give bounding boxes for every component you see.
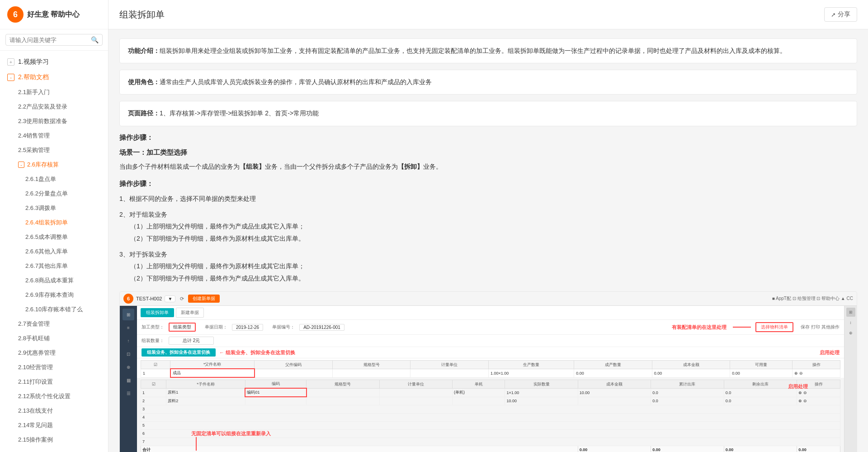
mock-col-prod-qty: 生产数量 <box>489 361 574 369</box>
search-icon[interactable]: 🔍 <box>91 36 99 43</box>
step2-sub2: （2）下部明细为子件明细，最终作为原材料生成其它出库单。 <box>119 233 857 245</box>
sidebar-item-install-label: 2.2产品安装及登录 <box>18 103 67 110</box>
mock-nav-links: ■ AppT配 ⊡ 给预管理 ⊡ 帮助中心 ▲ CC <box>772 295 853 302</box>
mock-r-icon1: ⊞ <box>846 308 855 317</box>
mock-bom-row: 组装数量： 总计 2元 <box>137 335 844 347</box>
sidebar-item-stock-split[interactable]: 2.6.2分量盘点单 <box>0 186 108 201</box>
mock-row1-code <box>255 369 333 377</box>
sidebar-item-stock-adjust[interactable]: 2.6.3调拨单 <box>0 201 108 215</box>
search-input[interactable] <box>9 37 91 43</box>
sidebar-item-newbie[interactable]: 2.1新手入门 <box>0 85 108 100</box>
mock-l-row2-unit <box>379 397 452 405</box>
nav-list: + 1.视频学习 - 2.帮助文档 2.1新手入门 2.2产品安装及登录 2.3… <box>0 51 108 452</box>
sidebar-item-faq[interactable]: 2.14常见问题 <box>0 418 108 433</box>
mock-l-row1-code: 编码01 <box>245 388 306 397</box>
annot1-text: 有装配清单的在这里处理 <box>672 324 726 331</box>
annot1-arrow <box>733 327 751 328</box>
mock-l-row2-spec <box>307 397 379 405</box>
mock-row1-pqty: 1.00×1.00 <box>489 369 574 377</box>
mock-upper-table: ☑ *父件名称 父件编码 规格型号 计量单位 生产数量 成产数量 成本金额 可用 <box>141 360 840 378</box>
sidebar-item-mobile[interactable]: 2.8手机旺铺 <box>0 331 108 346</box>
mock-select: ▼ <box>165 295 175 302</box>
mock-app-topbar: 6 TEST-H002 ▼ ⟳ 创建新单据 ■ AppT配 ⊡ 给预管理 ⊡ 帮… <box>120 292 857 306</box>
sidebar-item-newbie-label: 2.1新手入门 <box>18 89 50 95</box>
mock-l-row5: 5 <box>141 421 840 429</box>
sidebar-item-stock-out[interactable]: 2.6.7其他出库单 <box>0 259 108 273</box>
sidebar-item-operation[interactable]: 2.10经营管理 <box>0 360 108 375</box>
mock-qty-value: 总计 2元 <box>169 337 214 345</box>
mock-left-sidebar: ⊞ ≡ ↑ ⊡ ⊕ ▦ ☰ <box>120 306 137 452</box>
sidebar-item-stock-query[interactable]: 2.6.9库存账本查询 <box>0 288 108 302</box>
mock-r-icon2: ↕ <box>846 318 855 327</box>
sidebar-item-data[interactable]: 2.3使用前数据准备 <box>0 114 108 128</box>
page-title: 组装拆卸单 <box>119 9 165 21</box>
sidebar-item-sales[interactable]: 2.4销售管理 <box>0 128 108 143</box>
sidebar-item-stock-check[interactable]: 2.6.1盘点单 <box>0 172 108 186</box>
sidebar-item-stock-in[interactable]: 2.6.6其他入库单 <box>0 244 108 259</box>
content-area: 功能介绍：组装拆卸单用来处理企业组装或拆卸等加工业务，支持有固定装配清单的产品加… <box>108 29 868 452</box>
sidebar-item-fund[interactable]: 2.7资金管理 <box>0 317 108 331</box>
mock-l-col-check: ☑ <box>141 380 166 389</box>
mock-create-btn: 创建新单据 <box>188 295 220 303</box>
mock-l-col-cost: 成本金额 <box>578 380 651 389</box>
mock-fields-row: 加工类型： 组装类型 单据日期： 2019-12-26 单据编号： AD-201… <box>137 320 844 335</box>
annot4-text: 无固定清单可以组接在这里重新录入 <box>191 431 271 436</box>
mock-l-row2-cost <box>578 397 651 405</box>
mock-field-billno-label: 单据编号： <box>272 324 295 330</box>
sidebar-item-payment[interactable]: 2.13在线支付 <box>0 404 108 418</box>
sidebar-item-coupon[interactable]: 2.9优惠券管理 <box>0 346 108 360</box>
mock-row1-check: 1 <box>141 369 170 377</box>
mock-sidebar-icon3: ↑ <box>123 335 134 347</box>
main-content: 组装拆卸单 ➚ 分享 功能介绍：组装拆卸单用来处理企业组装或拆卸等加工业务，支持… <box>108 0 868 452</box>
mock-col-parent-code: 父件编码 <box>255 361 333 369</box>
sidebar-item-stock[interactable]: - 2.6库存核算 <box>0 157 108 172</box>
mock-total-cumout: 0.00 <box>651 446 724 452</box>
mock-l-row2-code <box>245 397 306 405</box>
sidebar-item-stock-assemble[interactable]: 2.6.4组装拆卸单 <box>0 215 108 230</box>
mock-l-col-remain: 剩余出库 <box>724 380 797 389</box>
mock-col-unit: 计量单位 <box>410 361 489 369</box>
sidebar-item-purchase-label: 2.5采购管理 <box>18 147 50 153</box>
sidebar-item-cases[interactable]: 2.15操作案例 <box>0 433 108 447</box>
mock-l-row2-num: 2 <box>141 397 166 405</box>
mock-l-col-code: 编码 <box>245 380 306 389</box>
mock-l-col-single: 单耗 <box>453 380 505 389</box>
share-button[interactable]: ➚ 分享 <box>824 7 857 22</box>
sidebar-item-purchase[interactable]: 2.5采购管理 <box>0 143 108 157</box>
mock-l-col-cum-out: 累计出库 <box>651 380 724 389</box>
mock-section-label: 组装业务、拆卸业务在这里切换 <box>142 348 216 357</box>
mock-logo: 6 <box>123 294 133 304</box>
mock-sidebar-icon5: ⊕ <box>123 361 134 373</box>
mock-col-actual-qty: 成产数量 <box>574 361 652 369</box>
mock-l-row3: 3 <box>141 405 840 413</box>
sidebar-item-stock-cost[interactable]: 2.6.5成本调整单 <box>0 230 108 244</box>
sidebar-item-stock-label: 2.6库存核算 <box>27 161 59 169</box>
sidebar-item-video-label: 1.视频学习 <box>18 58 49 66</box>
role-label: 使用角色： <box>128 78 160 86</box>
sidebar-item-system[interactable]: 2.12系统个性化设置 <box>0 389 108 404</box>
scenario1-title: 场景一：加工类型选择 <box>119 148 857 157</box>
annot3-label: 启用处理 <box>788 384 808 389</box>
annot3-text: 启用处理 <box>820 349 840 356</box>
search-box: 🔍 <box>5 34 103 46</box>
mock-main: 组装拆卸单 新建单据 加工类型： 组装类型 单据日期： 2019-12-26 单… <box>137 306 844 452</box>
mock-r-icon3: ⊕ <box>846 328 855 338</box>
search-area: 🔍 <box>0 29 108 51</box>
annot2-text: ← 组装业务、拆卸业务在这里切换 <box>219 349 295 356</box>
mock-lower-table-area: ☑ *子件名称 编码 规格型号 计量单位 单耗 实际数量 成本金额 累计出库 <box>137 378 844 452</box>
step2-sub1: （1）上部明细为父件明细，最终作为产成品生成其它入库单； <box>119 220 857 233</box>
sidebar-item-stock-cost2[interactable]: 2.6.8商品成本重算 <box>0 273 108 288</box>
step3-sub2: （2）下部明细为子件明细，最终作为产成品生成其它入库单。 <box>119 272 857 285</box>
mock-l-row1-single: (单耗) <box>453 388 505 397</box>
sidebar-item-help[interactable]: - 2.帮助文档 <box>0 70 108 85</box>
sidebar-item-print[interactable]: 2.11打印设置 <box>0 375 108 389</box>
mock-sidebar-icon4: ⊡ <box>123 348 134 360</box>
mock-col-spec: 规格型号 <box>332 361 410 369</box>
sidebar-item-video[interactable]: + 1.视频学习 <box>0 54 108 70</box>
step3: 3、对于拆装业务 <box>119 248 857 261</box>
mock-l-row1-unit <box>379 388 452 397</box>
mock-sidebar-icon6: ▦ <box>123 374 134 386</box>
sidebar-item-install[interactable]: 2.2产品安装及登录 <box>0 100 108 114</box>
logo-icon: 6 <box>7 6 24 23</box>
sidebar-item-stock-err[interactable]: 2.6.10库存账本错了么 <box>0 302 108 317</box>
